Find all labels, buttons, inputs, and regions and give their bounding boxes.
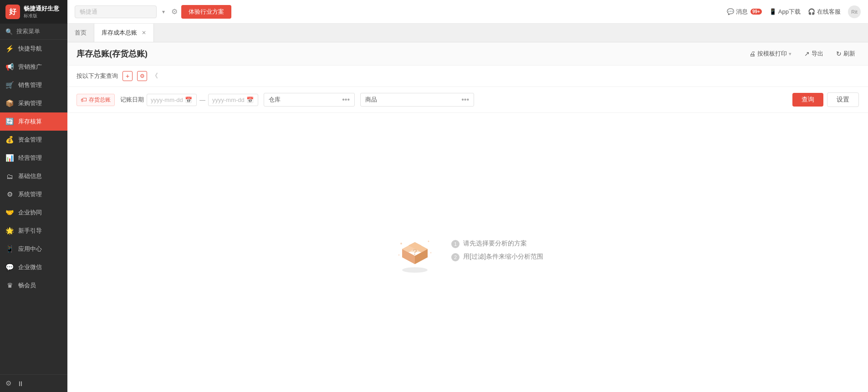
export-btn[interactable]: ↗ 导出 [801, 48, 827, 60]
refresh-btn[interactable]: ↻ 刷新 [832, 48, 859, 60]
sidebar-item-label: 销售管理 [18, 81, 62, 89]
empty-text: 1 请先选择要分析的方案 2 用[过滤]条件来缩小分析范围 [451, 239, 543, 266]
sidebar-item-inventory[interactable]: 🔄 库存核算 [0, 112, 67, 131]
goods-label: 商品 [365, 96, 377, 104]
phone-icon: 📱 [769, 8, 776, 15]
scheme-tag[interactable]: 🏷 存货总账 [77, 94, 115, 106]
user-avatar[interactable]: Rit [848, 5, 861, 18]
date-end-value: yyyy-mm-dd [212, 97, 245, 103]
goods-input[interactable]: 商品 ••• [360, 93, 474, 107]
marketing-icon: 📢 [5, 63, 14, 71]
empty-step1-label: 请先选择要分析的方案 [463, 239, 527, 248]
sidebar-item-guide[interactable]: 🌟 新手引导 [0, 222, 67, 240]
scheme-tag-label: 存货总账 [89, 96, 111, 104]
topbar-right: 💬 消息 99+ 📱 App下载 🎧 在线客服 Rit [727, 5, 861, 18]
purchase-icon: 📦 [5, 99, 14, 107]
sidebar-item-label: 企业协同 [18, 209, 62, 217]
page-header-actions: 🖨 按模板打印 ▾ ↗ 导出 ↻ 刷新 [745, 48, 859, 60]
filter-row: 🏷 存货总账 记账日期 yyyy-mm-dd 📅 — yyyy-mm-dd 📅 … [67, 87, 868, 113]
sidebar-item-marketing[interactable]: 📢 营销推广 [0, 58, 67, 76]
sidebar-item-enterprise[interactable]: 🤝 企业协同 [0, 204, 67, 222]
avatar-text: Rit [851, 9, 857, 15]
member-icon: ♛ [5, 281, 14, 290]
sidebar-footer: ⚙ ⏸ [0, 374, 67, 392]
main-content: 畅捷通 ▾ ⚙ 体验行业方案 💬 消息 99+ 📱 App下载 🎧 在线客服 R… [67, 0, 868, 392]
industry-btn[interactable]: 体验行业方案 [181, 5, 231, 19]
sidebar-item-label: 库存核算 [18, 117, 62, 126]
calendar-start-icon: 📅 [185, 97, 192, 103]
sidebar-item-label: 快捷导航 [18, 45, 62, 53]
date-end-input[interactable]: yyyy-mm-dd 📅 [208, 94, 258, 106]
empty-step-2: 2 用[过滤]条件来缩小分析范围 [451, 253, 543, 261]
topbar-gear-icon[interactable]: ⚙ [171, 7, 178, 16]
query-btn[interactable]: 查询 [792, 93, 823, 107]
step-num-1: 1 [451, 240, 460, 248]
empty-step2-label: 用[过滤]条件来缩小分析范围 [463, 253, 543, 261]
sidebar-item-label: 企业微信 [18, 263, 62, 271]
settings-icon[interactable]: ⚙ [5, 379, 11, 387]
tab-home-label: 首页 [75, 29, 87, 37]
headset-icon: 🎧 [808, 8, 815, 15]
sidebar-search[interactable]: 🔍 搜索菜单 [0, 24, 67, 40]
svg-text:?: ? [413, 248, 418, 257]
filter-label: 按以下方案查询 [77, 72, 118, 80]
date-start-input[interactable]: yyyy-mm-dd 📅 [147, 94, 197, 106]
topbar-input-value: 畅捷通 [80, 8, 97, 16]
sidebar-item-label: 采购管理 [18, 99, 62, 107]
sidebar-item-label: 营销推广 [18, 63, 62, 71]
topbar-chevron-icon[interactable]: ▾ [162, 9, 165, 15]
basic-icon: 🗂 [5, 173, 14, 180]
svg-point-11 [398, 254, 400, 255]
date-start-value: yyyy-mm-dd [151, 97, 183, 103]
print-template-btn[interactable]: 🖨 按模板打印 ▾ [745, 48, 795, 60]
date-separator: — [199, 97, 205, 103]
sidebar-item-operation[interactable]: 📊 经营管理 [0, 149, 67, 167]
step-num-2: 2 [451, 253, 460, 261]
sidebar-item-finance[interactable]: 💰 资金管理 [0, 131, 67, 149]
warehouse-input[interactable]: 仓库 ••• [264, 93, 355, 107]
calendar-end-icon: 📅 [246, 97, 254, 103]
tab-home[interactable]: 首页 [67, 24, 94, 42]
sidebar-item-member[interactable]: ♛ 畅会员 [0, 276, 67, 295]
filter-area: 按以下方案查询 + ⚙ 《 [67, 66, 868, 87]
apps-icon: 📱 [5, 245, 14, 253]
sidebar-item-label: 系统管理 [18, 190, 62, 199]
export-label: 导出 [812, 50, 823, 58]
setting-btn[interactable]: 设置 [827, 92, 859, 107]
sidebar-item-label: 资金管理 [18, 136, 62, 144]
sidebar-item-sales[interactable]: 🛒 销售管理 [0, 76, 67, 94]
sidebar-item-label: 应用中心 [18, 245, 62, 253]
wechat-icon: 💬 [5, 263, 14, 271]
online-service-btn[interactable]: 🎧 在线客服 [808, 8, 841, 16]
logo-main-text: 畅捷通好生意 [24, 5, 59, 13]
message-icon: 💬 [727, 8, 734, 15]
finance-icon: 💰 [5, 136, 14, 144]
empty-illustration: ? [392, 230, 438, 275]
refresh-label: 刷新 [843, 50, 855, 58]
sidebar-item-quick-nav[interactable]: ⚡ 快捷导航 [0, 40, 67, 58]
logo-icon: 好 [5, 5, 20, 19]
app-download-btn[interactable]: 📱 App下载 [769, 8, 801, 16]
logo-sub-text: 标准版 [24, 13, 59, 19]
sidebar-item-purchase[interactable]: 📦 采购管理 [0, 94, 67, 112]
page-area: 库存总账(存货总账) 🖨 按模板打印 ▾ ↗ 导出 ↻ 刷新 按以下方案查询 [67, 42, 868, 392]
export-icon: ↗ [804, 50, 810, 57]
filter-add-btn[interactable]: + [123, 71, 133, 81]
tab-inventory-cost[interactable]: 库存成本总账 ✕ [94, 24, 154, 42]
svg-point-9 [428, 240, 429, 242]
sidebar-item-wechat[interactable]: 💬 企业微信 [0, 258, 67, 276]
message-btn[interactable]: 💬 消息 99+ [727, 8, 762, 16]
page-title: 库存总账(存货总账) [77, 48, 148, 59]
sidebar-search-label: 搜索菜单 [16, 27, 40, 36]
topbar-search-input[interactable]: 畅捷通 [75, 5, 157, 18]
filter-setting-btn[interactable]: ⚙ [137, 71, 147, 81]
tab-close-icon[interactable]: ✕ [142, 30, 146, 36]
sidebar-item-system[interactable]: ⚙ 系统管理 [0, 185, 67, 204]
sidebar-item-apps[interactable]: 📱 应用中心 [0, 240, 67, 258]
filter-collapse-icon[interactable]: 《 [152, 72, 158, 80]
collapse-icon[interactable]: ⏸ [17, 380, 24, 387]
sidebar-item-basic[interactable]: 🗂 基础信息 [0, 167, 67, 185]
enterprise-icon: 🤝 [5, 209, 14, 217]
print-chevron-icon: ▾ [789, 51, 791, 57]
quick-nav-icon: ⚡ [5, 45, 14, 53]
